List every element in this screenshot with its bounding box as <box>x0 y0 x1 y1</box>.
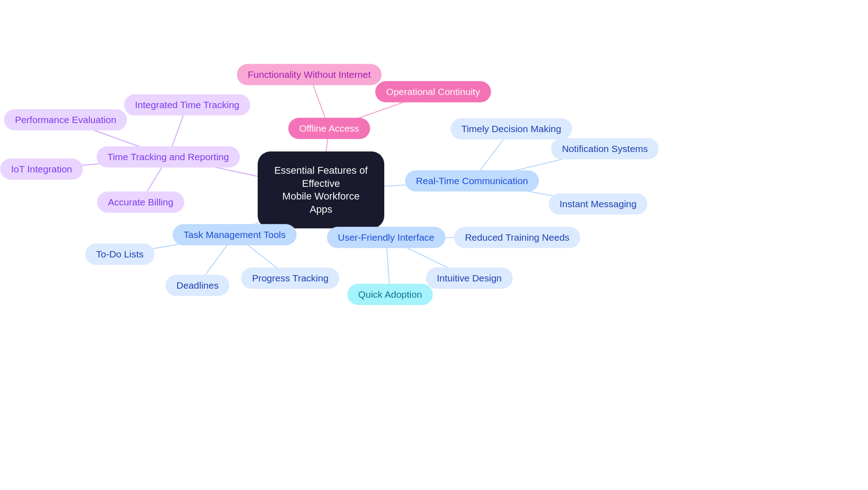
node-accurate-billing: Accurate Billing <box>97 191 184 213</box>
node-functionality: Functionality Without Internet <box>237 64 382 85</box>
node-todo: To-Do Lists <box>85 243 154 265</box>
node-timely-decision: Timely Decision Making <box>451 118 572 139</box>
center-node: Essential Features of Effective Mobile W… <box>258 152 384 228</box>
node-deadlines: Deadlines <box>165 275 229 296</box>
node-offline-access: Offline Access <box>288 118 370 139</box>
node-notification: Notification Systems <box>551 138 659 159</box>
node-user-friendly: User-Friendly Interface <box>327 227 445 248</box>
node-progress: Progress Tracking <box>241 267 339 289</box>
node-iot: IoT Integration <box>0 158 83 180</box>
node-realtime-comm: Real-Time Communication <box>405 170 539 191</box>
node-instant-msg: Instant Messaging <box>549 193 647 214</box>
node-task-management: Task Management Tools <box>173 224 297 245</box>
node-performance: Performance Evaluation <box>4 109 127 130</box>
node-intuitive: Intuitive Design <box>426 267 513 289</box>
center-label: Essential Features of Effective Mobile W… <box>271 164 371 216</box>
node-reduced-training: Reduced Training Needs <box>454 227 580 248</box>
node-integrated: Integrated Time Tracking <box>124 94 250 115</box>
node-quick-adoption: Quick Adoption <box>347 284 433 305</box>
node-time-tracking: Time Tracking and Reporting <box>97 146 240 167</box>
node-operational: Operational Continuity <box>375 81 491 102</box>
